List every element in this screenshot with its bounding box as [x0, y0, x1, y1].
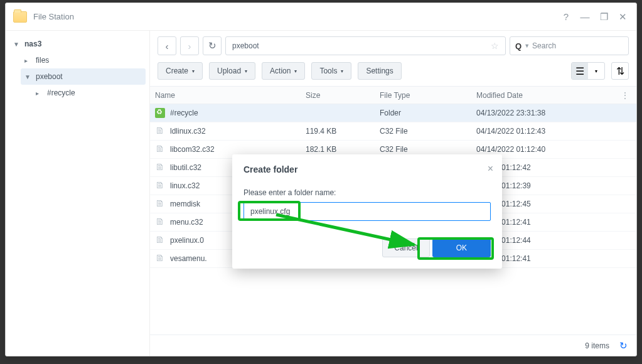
file-type: C32 File [380, 127, 476, 136]
file-type: Folder [380, 109, 476, 117]
file-icon [155, 198, 165, 210]
chevron-down-icon: ▼ [524, 43, 530, 49]
file-name: vesamenu. [170, 254, 207, 263]
file-icon [155, 161, 165, 174]
file-size: 119.4 KB [306, 127, 380, 136]
file-date: 04/14/2022 01:12:40 [476, 145, 619, 154]
file-name: libutil.c32 [170, 163, 201, 172]
create-button[interactable]: Create▾ [158, 62, 203, 80]
refresh-button[interactable]: ↻ [203, 36, 222, 55]
file-icon [155, 179, 165, 192]
titlebar: File Station ? — ❐ ✕ [6, 3, 636, 31]
upload-button[interactable]: Upload▾ [209, 62, 255, 80]
close-icon[interactable]: ✕ [616, 11, 629, 23]
file-name: linux.c32 [170, 181, 200, 190]
tree-item-recycle[interactable]: ▸#recycle [32, 85, 146, 101]
close-icon[interactable]: × [488, 163, 493, 174]
col-menu[interactable]: ⋮ [619, 91, 631, 100]
file-size: 182.1 KB [306, 145, 380, 154]
sort-button[interactable]: ⇅ [611, 62, 629, 80]
action-button[interactable]: Action▾ [262, 62, 305, 80]
col-size[interactable]: Size [306, 91, 380, 100]
view-toggle[interactable]: ☰▾ [571, 62, 605, 80]
refresh-icon[interactable]: ↻ [619, 340, 628, 351]
search-input[interactable]: Q▼ Search [510, 36, 629, 55]
file-name: memdisk [170, 200, 200, 208]
dialog-title: Create folder [243, 164, 491, 174]
create-folder-dialog: Create folder × Please enter a folder na… [232, 154, 502, 269]
sidebar: ▼nas3 ▸files ▼pxeboot ▸#recycle [6, 31, 150, 356]
file-name: pxelinux.0 [170, 236, 204, 245]
file-icon [155, 252, 165, 265]
table-row[interactable]: #recycleFolder04/13/2022 23:31:38 [150, 104, 636, 122]
minimize-icon[interactable]: — [579, 11, 591, 23]
tree-item-files[interactable]: ▸files [21, 52, 146, 68]
col-name[interactable]: Name [155, 91, 306, 100]
file-type: C32 File [380, 145, 476, 154]
settings-button[interactable]: Settings [358, 62, 401, 80]
list-view-icon[interactable]: ☰ [572, 63, 588, 79]
back-button[interactable]: ‹ [158, 36, 176, 55]
file-date: 04/13/2022 23:31:38 [476, 109, 619, 117]
tools-button[interactable]: Tools▾ [311, 62, 351, 80]
forward-button[interactable]: › [180, 36, 199, 55]
path-bar[interactable]: pxeboot☆ [225, 36, 506, 55]
folder-name-input[interactable] [243, 202, 491, 221]
table-row[interactable]: ldlinux.c32119.4 KBC32 File04/14/2022 01… [150, 122, 636, 141]
col-date[interactable]: Modified Date [476, 91, 619, 100]
tree-item-pxeboot[interactable]: ▼pxeboot [21, 68, 146, 85]
search-icon: Q [515, 41, 522, 51]
file-name: menu.c32 [170, 218, 203, 227]
file-name: libcom32.c32 [170, 145, 215, 154]
file-name: #recycle [170, 109, 198, 117]
chevron-down-icon[interactable]: ▾ [588, 63, 604, 79]
window-title: File Station [33, 12, 554, 21]
file-date: 04/14/2022 01:12:43 [476, 127, 619, 136]
help-icon[interactable]: ? [560, 11, 572, 23]
col-type[interactable]: File Type [380, 91, 476, 100]
status-bar: 9 items ↻ [150, 335, 636, 356]
maximize-icon[interactable]: ❐ [597, 11, 610, 23]
recycle-icon [155, 108, 165, 118]
file-icon [155, 234, 165, 247]
cancel-button[interactable]: Cancel [382, 238, 429, 257]
file-icon [155, 143, 165, 156]
dialog-prompt: Please enter a folder name: [243, 188, 491, 197]
folder-icon [13, 11, 27, 23]
item-count: 9 items [585, 341, 609, 350]
file-icon [155, 125, 165, 137]
ok-button[interactable]: OK [432, 238, 491, 257]
file-icon [155, 216, 165, 228]
grid-header: Name Size File Type Modified Date ⋮ [150, 86, 636, 104]
tree-root[interactable]: ▼nas3 [9, 36, 146, 52]
file-name: ldlinux.c32 [170, 127, 206, 136]
star-icon[interactable]: ☆ [491, 41, 499, 51]
